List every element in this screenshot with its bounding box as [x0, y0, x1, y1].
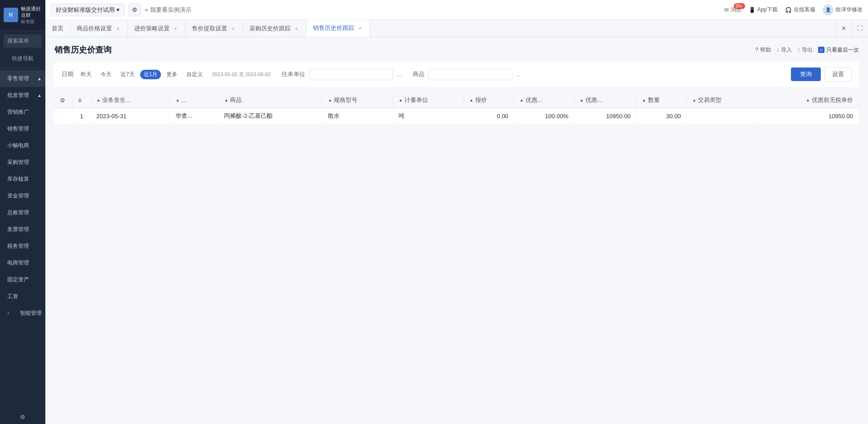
source-input[interactable]	[309, 69, 393, 80]
sort-icon-price: ▲	[469, 98, 473, 102]
source-label: 往来单位	[282, 70, 305, 78]
tab-extract[interactable]: 售价提取设置 ×	[185, 20, 243, 37]
sidebar-item-inventory[interactable]: 库存核算	[0, 171, 45, 188]
sidebar-item-wholesale[interactable]: 批发管理 ▲	[0, 87, 45, 104]
message-icon: ✉	[724, 7, 729, 13]
sidebar-item-sales[interactable]: 销售管理	[0, 120, 45, 137]
import-icon: ↓	[776, 47, 779, 53]
sidebar-item-ecommerce[interactable]: 电商管理	[0, 255, 45, 271]
maximize-tab-button[interactable]: ⛶	[852, 20, 868, 37]
product-more-icon[interactable]: ...	[516, 71, 521, 78]
sidebar-item-ledger[interactable]: 总账管理	[0, 204, 45, 221]
product-label: 商品	[413, 70, 424, 78]
row-pretax-price-cell: 10950.00	[757, 108, 859, 124]
th-discount-pct[interactable]: ▲ 优惠...	[514, 92, 574, 108]
table-settings-button[interactable]: 设置	[824, 67, 852, 82]
close-tab-button[interactable]: ✕	[835, 20, 852, 37]
app-logo-icon: 财	[4, 8, 18, 22]
tab-sales-history[interactable]: 销售历史价跟踪 ×	[307, 20, 370, 37]
tab-purchase-history-label: 采购历史价跟踪	[249, 24, 291, 33]
date-filter-group: 日期 昨天 今天 近7天 近1月 更多 自定义 2023-05-02 至 202…	[62, 70, 271, 79]
tab-price-close-icon[interactable]: ×	[115, 25, 121, 32]
sidebar-item-fixed-assets[interactable]: 固定资产	[0, 271, 45, 288]
page-content: 销售历史价查询 ? 帮助 ↓ 导入 ↑ 导出 ✓ 只看最后一次	[45, 37, 868, 424]
row-price-cell: 0.00	[464, 108, 514, 124]
column-settings-icon[interactable]: ⚙	[60, 97, 65, 104]
app-download-button[interactable]: 📱 App下载	[749, 6, 778, 14]
tab-home[interactable]: 首页	[45, 20, 70, 37]
sidebar-item-purchase[interactable]: 采购管理	[0, 154, 45, 171]
tab-strategy-close-icon[interactable]: ×	[172, 25, 179, 32]
date-opt-more[interactable]: 更多	[163, 70, 181, 79]
tab-home-label: 首页	[52, 24, 63, 33]
th-discount-amt[interactable]: ▲ 优惠...	[574, 92, 636, 108]
th-business-date[interactable]: ▲ 业务发生...	[91, 92, 170, 108]
sidebar-quick-nav-button[interactable]: 快捷导航	[0, 51, 45, 66]
table-body: 1 2023-05-31 华查... 丙烯酸-2-乙基己酯 散水 吨 0.00 …	[54, 108, 859, 124]
message-button[interactable]: ✉ 消息 99+	[724, 6, 741, 14]
query-button[interactable]: 查询	[791, 67, 821, 81]
tab-sales-history-close-icon[interactable]: ×	[357, 25, 363, 31]
help-label: 帮助	[760, 46, 771, 54]
message-badge: 99+	[734, 3, 745, 9]
product-filter-group: 商品 ...	[413, 69, 521, 80]
tab-purchase-history-close-icon[interactable]: ×	[293, 25, 300, 32]
settings-icon: ⚙	[20, 414, 25, 420]
tab-extract-close-icon[interactable]: ×	[230, 25, 236, 32]
page-title: 销售历史价查询	[54, 44, 112, 55]
date-opt-yesterday[interactable]: 昨天	[77, 70, 95, 79]
sidebar-item-retail[interactable]: 零售管理 ▲	[0, 70, 45, 87]
checkbox-icon: ✓	[818, 47, 824, 53]
product-input[interactable]	[428, 69, 512, 80]
filter-actions: 查询 设置	[791, 67, 852, 82]
th-num: #	[73, 92, 91, 108]
demo-button[interactable]: ● 我要看实例演示	[145, 6, 191, 14]
th-settings[interactable]: ⚙	[54, 92, 73, 108]
sidebar-item-salary[interactable]: 工资	[0, 288, 45, 305]
th-product[interactable]: ▲ 商品	[219, 92, 322, 108]
source-more-icon[interactable]: ...	[397, 71, 402, 78]
data-table-container: ⚙ # ▲ 业务发生... ▲ ...	[54, 92, 859, 124]
th-price[interactable]: ▲ 报价	[464, 92, 514, 108]
th-qty[interactable]: ▲ 数量	[636, 92, 687, 108]
sort-icon-pretax: ▲	[806, 98, 810, 102]
th-spec[interactable]: ▲ 规格型号	[322, 92, 393, 108]
import-button[interactable]: ↓ 导入	[776, 46, 792, 54]
th-pretax-price[interactable]: ▲ 优惠前无税单价	[757, 92, 859, 108]
date-opt-7days[interactable]: 近7天	[117, 70, 138, 79]
row-unit-cell: 吨	[393, 108, 464, 124]
help-button[interactable]: ? 帮助	[755, 46, 771, 54]
tab-purchase-history[interactable]: 采购历史价跟踪 ×	[243, 20, 307, 37]
tabbar: 首页 商品价格设置 × 进价策略设置 × 售价提取设置 × 采购历史价跟踪 × …	[45, 20, 868, 37]
tab-price-label: 商品价格设置	[77, 24, 112, 33]
app-download-label: App下载	[757, 6, 778, 14]
table-head: ⚙ # ▲ 业务发生... ▲ ...	[54, 92, 859, 108]
sidebar-item-marketing[interactable]: 营销推广	[0, 104, 45, 120]
date-opt-custom[interactable]: 自定义	[183, 70, 206, 79]
date-opt-today[interactable]: 今天	[97, 70, 115, 79]
user-menu-button[interactable]: 👤 徐泽华修改	[823, 5, 863, 15]
export-button[interactable]: ↑ 导出	[797, 46, 813, 54]
avatar: 👤	[823, 5, 834, 15]
tab-strategy[interactable]: 进价策略设置 ×	[128, 20, 185, 37]
th-extra[interactable]: ▲ ...	[170, 92, 219, 108]
last-once-checkbox[interactable]: ✓ 只看最后一次	[818, 46, 859, 54]
table-row: 1 2023-05-31 华查... 丙烯酸-2-乙基己酯 散水 吨 0.00 …	[54, 108, 859, 124]
sidebar-search-button[interactable]: 搜索菜单	[4, 34, 42, 48]
sidebar-item-tax[interactable]: 税务管理	[0, 238, 45, 255]
import-label: 导入	[781, 46, 792, 54]
online-service-button[interactable]: 🎧 在线客服	[785, 6, 815, 14]
sidebar-settings-button[interactable]: ⚙	[0, 410, 45, 424]
sidebar-item-invoice[interactable]: 发票管理	[0, 221, 45, 238]
sidebar-item-smart[interactable]: 智能管理	[0, 305, 45, 322]
product-version-select[interactable]: 好业财标准版交付试用 ▾	[51, 4, 125, 16]
date-opt-1month[interactable]: 近1月	[140, 70, 161, 79]
table-header-row: ⚙ # ▲ 业务发生... ▲ ...	[54, 92, 859, 108]
th-trade-type[interactable]: ▲ 交易类型	[687, 92, 757, 108]
topbar-settings-button[interactable]: ⚙	[128, 4, 141, 16]
topbar: 好业财标准版交付试用 ▾ ⚙ ● 我要看实例演示 ✉ 消息 99+ 📱 App下…	[45, 0, 868, 20]
tab-price[interactable]: 商品价格设置 ×	[70, 20, 128, 37]
sidebar-item-ecommerce-small[interactable]: 小畅电商	[0, 137, 45, 154]
sidebar-item-finance[interactable]: 资金管理	[0, 188, 45, 204]
th-unit[interactable]: ▲ 计量单位	[393, 92, 464, 108]
